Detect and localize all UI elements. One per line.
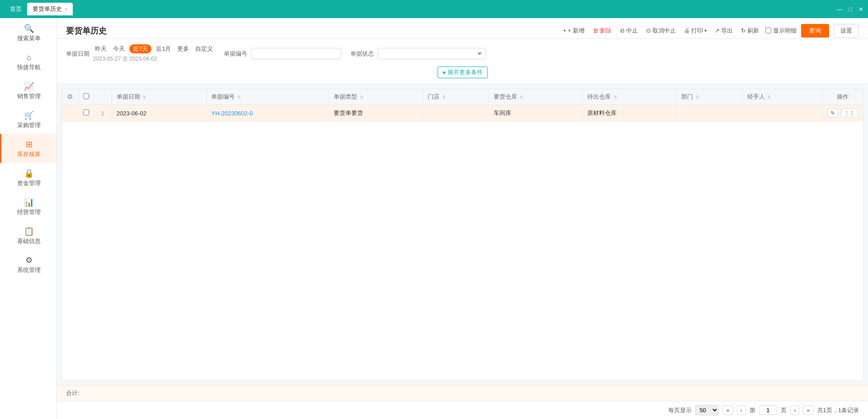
date-shortcuts: 昨天 今天 近7天 近1月 更多 自定义: [93, 44, 215, 53]
sidebar-item-system[interactable]: ⚙ 系统管理: [0, 250, 57, 279]
date-custom[interactable]: 自定义: [193, 44, 215, 53]
page-label-post: 页: [781, 406, 787, 414]
th-order-no-label: 单据编号: [211, 93, 235, 100]
th-pending-warehouse-sort-icon[interactable]: ⇅: [613, 95, 617, 100]
last-page-button[interactable]: »: [803, 405, 813, 415]
new-button[interactable]: + + 新增: [561, 25, 586, 36]
close-tab-icon[interactable]: ×: [65, 6, 67, 12]
export-button[interactable]: ↗ 导出: [713, 25, 735, 36]
quick-nav-icon: ⌂: [27, 53, 32, 62]
finance-icon: 🔒: [24, 169, 34, 177]
page-number-input[interactable]: [759, 405, 777, 415]
refresh-button[interactable]: ↻ 刷新: [739, 25, 761, 36]
cancel-stop-label: 取消中止: [652, 27, 676, 35]
prev-page-button[interactable]: ‹: [737, 405, 746, 415]
page-size-select[interactable]: 20 50 100 200: [695, 405, 719, 415]
minimize-icon[interactable]: —: [836, 6, 842, 13]
sales-icon: 📈: [24, 82, 34, 90]
table-header-row: ⚙ 单据日期 ⇅ 单据编号 ⇅: [62, 89, 863, 105]
row-edit-button[interactable]: ✎: [827, 109, 838, 118]
inventory-icon: ⊞: [26, 140, 33, 148]
tab-order-history[interactable]: 要货单历史 ×: [27, 3, 73, 15]
filter-area: 单据日期 昨天 今天 近7天 近1月 更多 自定义 2023-05-27 至 2…: [57, 39, 868, 84]
query-button[interactable]: 查询: [801, 24, 829, 38]
delete-button[interactable]: 🗑 删除: [591, 25, 613, 36]
status-filter: 单据状态: [350, 48, 486, 59]
next-page-button[interactable]: ›: [790, 405, 799, 415]
delete-label: 删除: [600, 27, 612, 35]
date-today[interactable]: 今天: [111, 44, 127, 53]
sidebar-item-finance-label: 资金管理: [17, 179, 41, 187]
sidebar-item-basic-info[interactable]: 📋 基础信息: [0, 221, 57, 250]
th-ops: 操作: [822, 89, 863, 105]
content-area: 要货单历史 + + 新增 🗑 删除 ⊘ 中止 ⊙ 取消中止: [57, 18, 868, 419]
th-handler-sort-icon[interactable]: ⇅: [767, 95, 771, 100]
settings-button[interactable]: 设置: [834, 24, 859, 38]
show-detail-toggle[interactable]: 显示明细: [765, 27, 797, 35]
th-date-sort-icon[interactable]: ⇅: [142, 95, 146, 100]
page-size-label: 每页显示: [668, 406, 692, 414]
th-order-no: 单据编号 ⇅: [207, 89, 329, 105]
sidebar-item-sales[interactable]: 📈 销售管理: [0, 76, 57, 105]
th-dept-sort-icon[interactable]: ⇅: [696, 95, 699, 100]
top-bar: 首页 要货单历史 × — □ ✕: [0, 0, 868, 18]
purchase-icon: 🛒: [24, 111, 34, 119]
expand-button[interactable]: ▾ 展开更多条件: [438, 67, 488, 78]
stop-icon: ⊘: [620, 27, 625, 34]
cancel-stop-button[interactable]: ⊙ 取消中止: [644, 25, 678, 36]
total-info: 共1页，1条记录: [817, 406, 859, 414]
operations-icon: 📊: [24, 198, 34, 206]
show-detail-label: 显示明细: [773, 27, 797, 35]
date-range-text: 2023-05-27 至 2023-06-02: [93, 55, 215, 63]
tab-home[interactable]: 首页: [5, 3, 27, 15]
refresh-label: 刷新: [747, 27, 759, 35]
print-button[interactable]: 🖨 打印 ▾: [682, 25, 708, 36]
page-label-pre: 第: [750, 406, 755, 414]
th-store-sort-icon[interactable]: ⇅: [442, 95, 446, 100]
sidebar-item-finance[interactable]: 🔒 资金管理: [0, 163, 57, 192]
page-header: 要货单历史 + + 新增 🗑 删除 ⊘ 中止 ⊙ 取消中止: [57, 18, 868, 39]
th-settings-icon[interactable]: ⚙: [67, 93, 73, 100]
date-yesterday[interactable]: 昨天: [93, 44, 108, 53]
sidebar-item-search-menu[interactable]: 🔍 搜索菜单: [0, 18, 57, 47]
sidebar-item-purchase[interactable]: 🛒 采购管理: [0, 105, 57, 134]
order-no-input[interactable]: [251, 48, 341, 59]
th-pending-warehouse-label: 待出仓库: [587, 93, 611, 100]
row-checkbox-cell: [78, 105, 94, 122]
row-order-no-link[interactable]: YH-20230602-0: [211, 110, 253, 117]
table-row: 1 2023-06-02 YH-20230602-0 要货单要货 车间库 原材料…: [62, 105, 863, 122]
show-detail-checkbox[interactable]: [765, 28, 771, 33]
th-handler: 经手人 ⇅: [742, 89, 822, 105]
th-req-warehouse-sort-icon[interactable]: ⇅: [519, 95, 523, 100]
th-pending-warehouse: 待出仓库 ⇅: [583, 89, 677, 105]
sidebar-item-inventory[interactable]: ⊞ 库存核算: [0, 134, 57, 163]
cancel-stop-icon: ⊙: [646, 27, 651, 34]
th-store-label: 门店: [428, 93, 439, 100]
th-order-type-label: 单据类型: [334, 93, 357, 100]
select-all-checkbox[interactable]: [83, 93, 89, 99]
th-order-type-sort-icon[interactable]: ⇅: [360, 95, 363, 100]
data-table: ⚙ 单据日期 ⇅ 单据编号 ⇅: [62, 89, 863, 122]
date-1month[interactable]: 近1月: [154, 44, 173, 53]
sidebar-item-quick-nav[interactable]: ⌂ 快捷导航: [0, 47, 57, 76]
table-area: ⚙ 单据日期 ⇅ 单据编号 ⇅: [61, 89, 863, 381]
row-ops-cell: ✎ ⋮⋮: [822, 105, 863, 122]
first-page-button[interactable]: «: [722, 405, 733, 415]
maximize-icon[interactable]: □: [849, 6, 852, 13]
row-num-cell: 1: [94, 105, 112, 122]
th-order-no-sort-icon[interactable]: ⇅: [237, 95, 241, 100]
sidebar-item-operations[interactable]: 📊 经营管理: [0, 192, 57, 221]
date-7days[interactable]: 近7天: [129, 44, 151, 53]
status-select[interactable]: [377, 48, 486, 59]
th-handler-label: 经手人: [747, 93, 765, 100]
th-checkbox: [78, 89, 94, 105]
stop-button[interactable]: ⊘ 中止: [618, 25, 640, 36]
sidebar-item-purchase-label: 采购管理: [17, 121, 41, 129]
row-checkbox[interactable]: [83, 110, 89, 115]
date-more[interactable]: 更多: [175, 44, 191, 53]
th-ops-label: 操作: [837, 93, 849, 100]
th-dept-label: 部门: [681, 93, 693, 100]
row-more-button[interactable]: ⋮⋮: [841, 109, 858, 118]
status-label: 单据状态: [350, 50, 374, 58]
close-icon[interactable]: ✕: [859, 6, 863, 13]
